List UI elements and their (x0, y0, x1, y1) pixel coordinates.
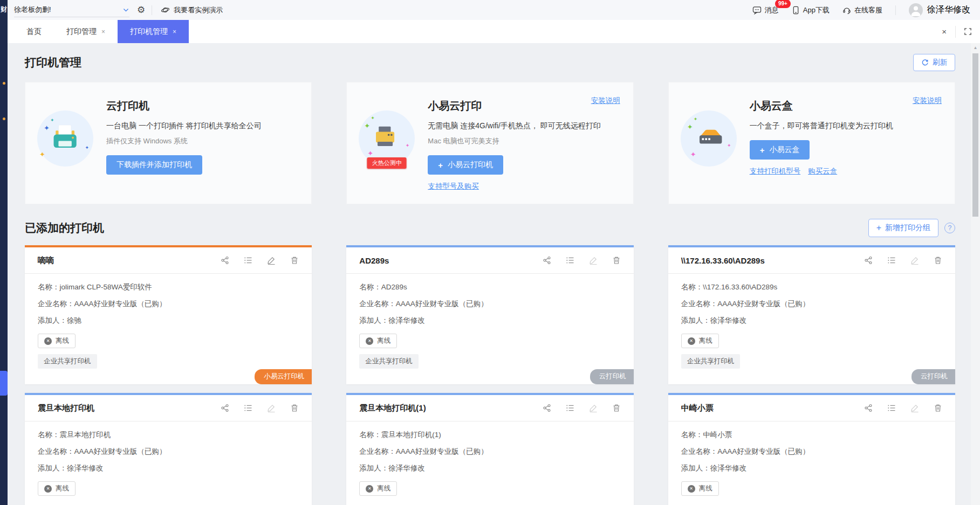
edit-icon[interactable] (267, 256, 276, 265)
edit-icon[interactable] (910, 404, 919, 412)
promo-desc: 一个盒子，即可将普通打印机变为云打印机 (750, 121, 942, 131)
delete-icon[interactable] (934, 256, 942, 265)
demo-planet-icon (161, 5, 170, 15)
tab-close-icon[interactable]: × (101, 28, 105, 36)
status-badge: ✕ 离线 (38, 334, 76, 348)
scrollbar[interactable]: ▲ (971, 43, 980, 505)
messages-badge: 99+ (775, 0, 791, 8)
print-list-icon[interactable] (887, 256, 896, 265)
printer-card: 中崎小票 (668, 393, 955, 505)
page-content: 打印机管理 刷新 (8, 43, 980, 505)
add-cloud-box-button[interactable]: + 小易云盒 (750, 140, 810, 160)
sparkle-icon: ✦ (364, 122, 370, 129)
printer-grid: 嘀嘀 (25, 245, 955, 505)
collapsed-sidebar[interactable]: 财 (0, 0, 8, 505)
download-plugin-button[interactable]: 下载插件并添加打印机 (106, 155, 202, 175)
headset-icon (842, 6, 851, 15)
buy-box-link[interactable]: 购买云盒 (808, 167, 837, 176)
company-name: AAAA好业财专业版（已购） (74, 447, 167, 455)
delete-icon[interactable] (290, 404, 299, 412)
add-print-group-button[interactable]: + 新增打印分组 (868, 219, 938, 237)
shared-printer-tag: 企业共享打印机 (38, 354, 97, 369)
refresh-button[interactable]: 刷新 (913, 54, 955, 71)
app-download-button[interactable]: App下载 (792, 5, 830, 15)
share-icon[interactable] (221, 256, 229, 265)
supported-models-link[interactable]: 支持打印机型号 (750, 167, 801, 176)
sidebar-active-item[interactable] (0, 371, 8, 396)
phone-icon (792, 6, 800, 15)
printer-name: 中崎小票 (703, 431, 732, 439)
printer-card: AD289s (346, 245, 633, 384)
person-icon (909, 3, 923, 17)
yi-cloud-print-icon: ✦ ✦ ✦ ✦ 火热公测中 (359, 110, 415, 167)
print-list-icon[interactable] (887, 404, 896, 412)
share-icon[interactable] (864, 404, 873, 412)
delete-icon[interactable] (612, 256, 621, 265)
print-list-icon[interactable] (244, 404, 252, 412)
button-label: 小易云盒 (769, 145, 799, 155)
offline-icon: ✕ (688, 337, 695, 345)
install-guide-link[interactable]: 安装说明 (591, 95, 620, 106)
messages-button[interactable]: 消息 99+ (752, 5, 779, 15)
field-label: 企业名称： (681, 447, 718, 455)
close-icon[interactable]: × (933, 27, 955, 36)
print-list-icon[interactable] (566, 404, 574, 412)
share-icon[interactable] (543, 256, 551, 265)
edit-icon[interactable] (267, 404, 276, 412)
promo-card-cloud-print: 安装说明 ✦ ✦ ✦ ✦ 火热公测中 小易云打印 无需电脑 连接4G/wifi/… (346, 82, 633, 204)
delete-icon[interactable] (612, 404, 621, 412)
page-title: 打印机管理 (25, 55, 81, 70)
share-icon[interactable] (543, 404, 551, 412)
tab-home[interactable]: 首页 (14, 20, 54, 43)
delete-icon[interactable] (290, 256, 299, 265)
delete-icon[interactable] (934, 404, 942, 412)
edit-icon[interactable] (589, 404, 598, 412)
printer-type-tag: 小易云打印机 (255, 369, 312, 384)
company-name: AAAA好业财专业版（已购） (74, 300, 167, 308)
user-menu[interactable]: 徐泽华修改 (909, 3, 970, 17)
sparkle-icon: ✦ (85, 146, 89, 150)
sparkle-icon: ✦ (727, 143, 731, 148)
beta-ribbon: 火热公测中 (367, 157, 407, 169)
fullscreen-icon[interactable] (956, 27, 980, 36)
edit-icon[interactable] (589, 256, 598, 265)
printer-title: \\172.16.33.60\AD289s (681, 256, 765, 265)
printer-name: \\172.16.33.60\AD289s (703, 283, 777, 291)
sparkle-icon: ✦ (694, 117, 698, 122)
tab-printer-management[interactable]: 打印机管理 × (118, 20, 189, 43)
models-purchase-link[interactable]: 支持型号及购买 (428, 182, 479, 191)
support-button[interactable]: 在线客服 (842, 5, 882, 15)
added-by: 徐泽华修改 (388, 316, 425, 324)
section-title: 已添加的打印机 (25, 220, 104, 236)
tab-close-icon[interactable]: × (173, 28, 176, 36)
refresh-icon (921, 59, 929, 66)
field-label: 企业名称： (359, 447, 396, 455)
printer-name: 震旦本地打印机 (60, 431, 111, 439)
print-list-icon[interactable] (566, 256, 574, 265)
tab-print-management[interactable]: 打印管理 × (54, 20, 118, 43)
share-icon[interactable] (864, 256, 873, 265)
plus-icon: + (876, 223, 881, 233)
install-guide-link[interactable]: 安装说明 (913, 95, 942, 106)
tab-label: 打印管理 (66, 27, 97, 37)
help-icon[interactable]: ? (944, 223, 955, 233)
share-icon[interactable] (221, 404, 229, 412)
field-label: 添加人： (681, 464, 710, 472)
promo-card-cloud-printer: ✦ ✦ ✦ ✦ 云打印机 一台电脑 一个打印插件 将打印机共享给全公司 插件仅支… (25, 82, 312, 204)
status-badge: ✕ 离线 (681, 481, 719, 496)
added-by: 徐泽华修改 (388, 464, 425, 472)
demo-link[interactable]: 我要看实例演示 (161, 5, 223, 15)
print-list-icon[interactable] (244, 256, 252, 265)
app-logo: 财 (1, 5, 7, 14)
scrollbar-thumb[interactable] (972, 53, 978, 217)
field-label: 添加人： (681, 316, 710, 324)
edit-icon[interactable] (910, 256, 919, 265)
company-name: AAAA好业财专业版（已购） (717, 447, 810, 455)
sparkle-icon: ✦ (406, 143, 410, 148)
gear-icon[interactable]: ⚙ (137, 5, 145, 15)
add-cloud-printer-button[interactable]: + 小易云打印机 (428, 155, 503, 175)
printer-card: \\172.16.33.60\AD289s (668, 245, 955, 384)
printer-type-tag: 云打印机 (912, 369, 955, 384)
scroll-up-icon[interactable]: ▲ (971, 45, 980, 50)
company-selector[interactable]: 徐老板勿删! (14, 3, 129, 17)
